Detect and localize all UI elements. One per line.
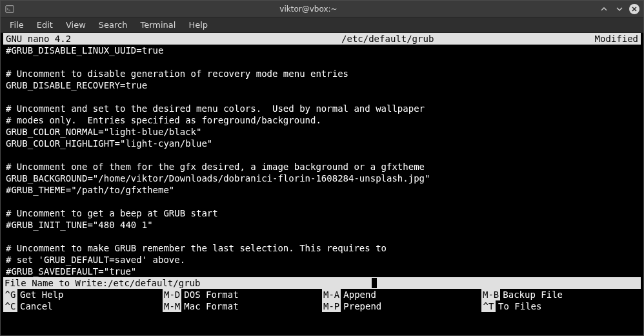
titlebar[interactable]: viktor@vbox:~ xyxy=(1,1,643,17)
shortcut-key: M-D xyxy=(163,289,181,300)
terminal-window: viktor@vbox:~ File Edit View Search Term… xyxy=(0,0,644,336)
shortcut-item[interactable]: ^TTo Files xyxy=(481,300,641,312)
shortcut-key: ^T xyxy=(481,300,496,312)
terminal-area[interactable]: GNU nano 4.2 /etc/default/grub Modified … xyxy=(1,33,643,335)
nano-version: GNU nano 4.2 xyxy=(6,33,214,45)
cursor xyxy=(372,278,377,288)
filename-input[interactable] xyxy=(108,278,372,288)
menu-view[interactable]: View xyxy=(61,19,91,31)
menu-search[interactable]: Search xyxy=(94,19,133,31)
shortcut-item[interactable]: ^CCancel xyxy=(3,300,163,312)
shortcut-key: M-A xyxy=(322,289,341,300)
shortcut-item[interactable]: M-BBackup File xyxy=(481,289,641,300)
shortcut-label: Prepend xyxy=(343,300,381,312)
shortcut-key: ^G xyxy=(3,289,17,300)
maximize-button[interactable] xyxy=(614,3,625,15)
nano-status: Modified xyxy=(561,33,638,45)
terminal-icon xyxy=(5,4,15,14)
menu-help[interactable]: Help xyxy=(183,19,213,31)
shortcut-item[interactable]: M-MMac Format xyxy=(163,300,322,312)
shortcut-label: Cancel xyxy=(20,300,53,312)
shortcut-item[interactable]: M-AAppend xyxy=(322,289,481,300)
menu-file[interactable]: File xyxy=(5,19,29,31)
window-title: viktor@vbox:~ xyxy=(19,5,598,14)
shortcut-label: DOS Format xyxy=(184,289,238,300)
menu-terminal[interactable]: Terminal xyxy=(135,19,181,31)
shortcut-key: ^C xyxy=(3,300,17,312)
shortcut-bar: ^GGet HelpM-DDOS FormatM-AAppendM-BBacku… xyxy=(1,289,643,312)
save-prompt: File Name to Write: xyxy=(3,277,641,289)
shortcut-row-2: ^CCancelM-MMac FormatM-PPrepend^TTo File… xyxy=(3,300,641,312)
prompt-label: File Name to Write: xyxy=(3,277,108,289)
shortcut-row-1: ^GGet HelpM-DDOS FormatM-AAppendM-BBacku… xyxy=(3,289,641,300)
close-button[interactable] xyxy=(629,4,639,14)
shortcut-item[interactable]: M-PPrepend xyxy=(322,300,481,312)
shortcut-item[interactable]: ^GGet Help xyxy=(3,289,163,300)
shortcut-label: Get Help xyxy=(20,289,63,300)
editor-content[interactable]: #GRUB_DISABLE_LINUX_UUID=true # Uncommen… xyxy=(1,45,643,277)
menubar: File Edit View Search Terminal Help xyxy=(1,17,643,33)
window-controls xyxy=(598,3,639,15)
menu-edit[interactable]: Edit xyxy=(32,19,58,31)
shortcut-key: M-M xyxy=(163,300,181,312)
nano-header: GNU nano 4.2 /etc/default/grub Modified xyxy=(3,33,641,45)
shortcut-label: Append xyxy=(343,289,376,300)
shortcut-key: M-P xyxy=(322,300,341,312)
svg-rect-0 xyxy=(6,5,14,12)
minimize-button[interactable] xyxy=(598,3,610,15)
nano-filepath: /etc/default/grub xyxy=(214,33,561,45)
shortcut-key: M-B xyxy=(481,289,500,300)
shortcut-label: To Files xyxy=(498,300,541,312)
shortcut-label: Backup File xyxy=(503,289,563,300)
shortcut-item[interactable]: M-DDOS Format xyxy=(163,289,322,300)
shortcut-label: Mac Format xyxy=(184,300,238,312)
